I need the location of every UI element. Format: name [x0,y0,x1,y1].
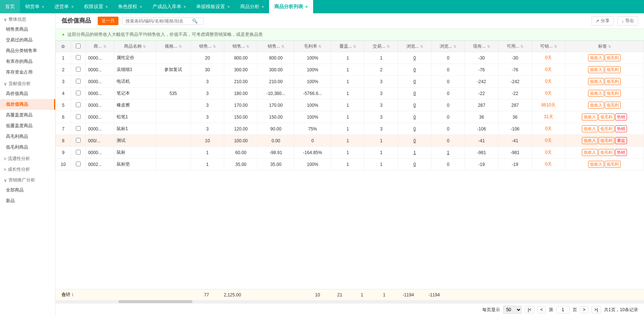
col-sellable[interactable]: 可销... ⇅ [532,41,565,52]
sidebar-item-low-value[interactable]: 低价值商品 [0,99,55,110]
browse2-link[interactable]: 0 [413,126,416,132]
col-gross-rate[interactable]: 毛利率 ⇅ [294,41,331,52]
row-select-checkbox[interactable] [76,102,81,107]
scrollbar-area[interactable] [56,300,644,303]
browse1-link[interactable]: 1 [447,150,449,155]
sidebar-item-category-rate[interactable]: 商品分类销售率 [0,45,55,56]
col-current[interactable]: 现有... ⇅ [465,41,498,52]
row-select-checkbox[interactable] [76,91,81,95]
browse2-link[interactable]: 0 [413,79,416,84]
row-select-checkbox[interactable] [76,67,81,72]
last-page-btn[interactable]: >| [591,306,601,313]
select-all-checkbox[interactable] [76,44,81,48]
row-select-checkbox[interactable] [76,79,81,84]
per-page-select[interactable]: 50 100 200 [503,306,522,314]
close-goods-analysis-icon[interactable]: × [262,4,264,9]
row-checkbox[interactable] [71,52,85,64]
sidebar-item-low-margin[interactable]: 低毛利商品 [0,142,55,153]
col-tags[interactable]: 标签 ⇅ [565,41,644,52]
col-name[interactable]: 商品名称 ⇅ [114,41,156,52]
sidebar-item-high-value[interactable]: 高价值商品 [0,88,55,99]
nav-template[interactable]: 单据模板设置 × [191,0,235,13]
row-select-checkbox[interactable] [76,114,81,119]
col-coverage[interactable]: 覆盖... ⇅ [331,41,364,52]
close-permissions-icon[interactable]: × [105,4,108,9]
sidebar-item-sales-goods[interactable]: 销售类商品 [0,24,55,35]
col-sales3[interactable]: 销售... ⇅ [258,41,294,52]
sidebar-item-high-coverage[interactable]: 高覆盖度商品 [0,110,55,120]
nav-purchase[interactable]: 进货单 × [49,0,78,13]
export-button[interactable]: ↓ 导出 [617,16,638,26]
col-code[interactable]: 商... ⇅ [86,41,114,52]
row-select-checkbox[interactable] [76,126,81,131]
col-browse2[interactable]: 浏览... ⇅ [432,41,465,52]
nav-warehouse[interactable]: 产成品入库单 × [147,0,191,13]
row-checkbox[interactable] [71,88,85,99]
row-select-checkbox[interactable] [76,55,81,60]
sidebar-item-high-margin[interactable]: 高毛利商品 [0,131,55,142]
sidebar-group-overall[interactable]: ∨ 整体信息 [0,13,55,24]
sidebar-group-flow[interactable]: > 流通性分析 [0,153,55,163]
sidebar-item-low-coverage[interactable]: 低覆盖度商品 [0,120,55,131]
page-input[interactable] [556,306,570,313]
row-checkbox[interactable] [71,76,85,88]
sidebar-group-contribution[interactable]: ∨ 贡献值分析 [0,78,55,88]
row-select-checkbox[interactable] [76,150,81,154]
close-purchase-icon[interactable]: × [71,4,73,9]
next-page-btn[interactable]: > [580,306,588,313]
browse2-link[interactable]: 0 [413,55,416,61]
col-spec[interactable]: 规格... ⇅ [156,41,191,52]
close-goods-analysis-list-icon[interactable]: × [305,4,308,9]
search-icon[interactable]: 🔍 [192,18,198,24]
first-page-btn[interactable]: |< [525,306,534,313]
sidebar-item-new-goods[interactable]: 新品 [0,196,55,206]
browse2-link[interactable]: 0 [413,91,416,96]
share-button[interactable]: ↗ 分享 [591,16,614,26]
nav-sales[interactable]: 销货单 × [20,0,49,13]
col-settings[interactable]: ⚙ [56,41,71,52]
close-sales-icon[interactable]: × [42,4,44,9]
col-sales1[interactable]: 销售... ⇅ [191,41,224,52]
sidebar-group-growth[interactable]: > 成长性分析 [0,163,55,174]
browse2-link[interactable]: 1 [413,150,416,155]
sidebar-group-marketing[interactable]: ∨ 营销推广分析 [0,174,55,185]
row-checkbox[interactable] [71,111,85,123]
row-code: 0002... [86,159,114,170]
sidebar-item-stock-capital[interactable]: 库存资金占用 [0,67,55,78]
row-checkbox[interactable] [71,99,85,111]
nav-goods-analysis-list[interactable]: 商品分析列表 × [269,0,313,13]
nav-permissions[interactable]: 权限设置 × [79,0,113,13]
date-filter-btn[interactable]: 近一月 [98,17,118,25]
col-checkbox[interactable] [71,41,85,52]
row-select-checkbox[interactable] [76,162,81,166]
browse2-link[interactable]: 0 [413,138,416,143]
browse2-link[interactable]: 0 [413,103,416,108]
row-checkbox[interactable] [71,123,85,135]
browse2-link[interactable]: 0 [413,115,416,120]
close-warehouse-icon[interactable]: × [184,4,186,9]
prev-page-btn[interactable]: < [537,306,546,313]
browse2-link[interactable]: 0 [413,162,416,167]
row-select-checkbox[interactable] [76,138,81,143]
nav-roles[interactable]: 角色授权 × [113,0,147,13]
row-checkbox[interactable] [71,147,85,159]
row-code: 0000... [86,52,114,64]
nav-goods-analysis[interactable]: 商品分析 × [235,0,269,13]
col-browse1[interactable]: 浏览... ⇅ [398,41,431,52]
row-checkbox[interactable] [71,135,85,147]
close-template-icon[interactable]: × [227,4,229,9]
scrollbar-thumb[interactable] [118,300,192,303]
search-input[interactable] [125,18,192,24]
browse2-link[interactable]: 0 [413,67,416,72]
row-checkbox[interactable] [71,159,85,170]
close-roles-icon[interactable]: × [140,4,142,9]
sidebar-item-traded-goods[interactable]: 交易过的商品 [0,35,55,45]
col-transaction[interactable]: 交易... ⇅ [365,41,398,52]
nav-home[interactable]: 首页 [0,0,20,13]
row-checkbox[interactable] [71,64,85,76]
row-browse1: 0 [398,159,431,170]
col-sales2[interactable]: 销售... ⇅ [224,41,258,52]
sidebar-item-all-goods[interactable]: 全部商品 [0,185,55,196]
sidebar-item-stock-goods[interactable]: 有库存的商品 [0,56,55,67]
col-available[interactable]: 可用... ⇅ [498,41,531,52]
